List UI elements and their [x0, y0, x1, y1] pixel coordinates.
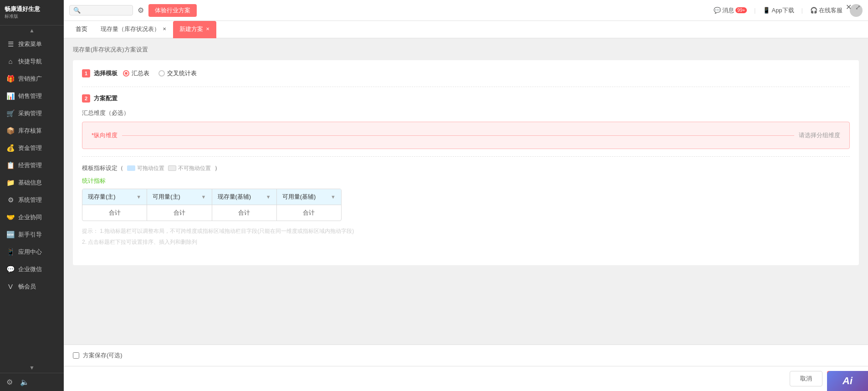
inventory-icon: 📦	[6, 127, 15, 135]
indicators-label-suffix: ）	[214, 164, 220, 172]
tab-inventory-close-icon[interactable]: ✕	[163, 26, 166, 31]
app-name: 畅康通好生意	[5, 5, 59, 13]
stats-col-header-2[interactable]: 现存量(基辅)▼	[212, 189, 277, 205]
sidebar-item-sales[interactable]: 📊销售管理	[0, 87, 64, 105]
legend-non-draggable: 不可拖动位置	[168, 165, 211, 172]
sidebar-item-basic[interactable]: 📁基础信息	[0, 174, 64, 191]
tab-home[interactable]: 首页	[69, 21, 94, 38]
sales-icon: 📊	[6, 92, 15, 100]
sidebar-item-system[interactable]: ⚙系统管理	[0, 191, 64, 209]
sidebar-item-inventory[interactable]: 📦库存核算	[0, 122, 64, 139]
divider-1	[82, 87, 850, 87]
col-chevron-0[interactable]: ▼	[136, 194, 141, 200]
cancel-button[interactable]: 取消	[790, 371, 822, 386]
sidebar-item-marketing[interactable]: 🎁营销推广	[0, 70, 64, 87]
stats-col-header-0[interactable]: 现存量(主)▼	[82, 189, 147, 205]
modal-top-actions: ✕ ⤢	[846, 3, 861, 11]
step2-header: 2 方案配置	[82, 94, 850, 103]
search-icon: 🔍	[73, 7, 81, 14]
step2-title: 方案配置	[94, 94, 117, 103]
stats-table-summary-row: 合计合计合计合计	[82, 205, 341, 221]
stats-table-header: 现存量(主)▼可用量(主)▼现存量(基辅)▼可用量(基辅)▼	[82, 189, 341, 205]
settings-card: 1 选择模板 汇总表 交叉统计表	[73, 60, 859, 265]
app-download-link[interactable]: 📱 App下载	[763, 6, 794, 15]
ai-badge-label: Ai	[842, 375, 853, 387]
col-chevron-3[interactable]: ▼	[331, 194, 336, 200]
stats-cell-1: 合计	[147, 205, 212, 221]
template-radio-group: 汇总表 交叉统计表	[123, 69, 197, 77]
sidebar-item-member[interactable]: V畅会员	[0, 278, 64, 295]
tips-section: 提示： 1.拖动标题栏可以调整布局，不可跨维度或指标区域拖动栏目字段(只能在同一…	[82, 226, 850, 247]
save-label: 方案保存(可选)	[83, 351, 123, 360]
page-content: 现存量(库存状况表)方案设置 1 选择模板 汇总表	[64, 38, 868, 345]
newguide-icon: 🆕	[6, 231, 15, 239]
notification-link[interactable]: 💬 消息 99+	[714, 6, 747, 15]
finance-icon: 💰	[6, 144, 15, 152]
sidebar-label-system: 系统管理	[18, 196, 42, 204]
save-checkbox[interactable]	[73, 352, 79, 359]
sidebar-item-search[interactable]: ☰搜索菜单	[0, 36, 64, 53]
tip-line-1: 提示： 1.拖动标题栏可以调整布局，不可跨维度或指标区域拖动栏目字段(只能在同一…	[82, 226, 850, 237]
sound-icon[interactable]: 🔈	[20, 378, 29, 386]
sidebar-label-purchase: 采购管理	[18, 109, 42, 118]
tab-new-plan[interactable]: 新建方案 ✕	[173, 21, 216, 38]
sidebar-item-purchase[interactable]: 🛒采购管理	[0, 105, 64, 122]
col-chevron-2[interactable]: ▼	[266, 194, 271, 200]
settings-icon[interactable]: ⚙	[6, 378, 13, 386]
system-icon: ⚙	[6, 196, 15, 204]
sidebar-item-newguide[interactable]: 🆕新手引导	[0, 226, 64, 243]
sidebar-label-basic: 基础信息	[18, 179, 42, 187]
sidebar-label-wechat: 企业微信	[18, 265, 42, 273]
sidebar-nav: ☰搜索菜单⌂快捷导航🎁营销推广📊销售管理🛒采购管理📦库存核算💰资金管理📋经营管理…	[0, 36, 64, 363]
stats-col-header-3[interactable]: 可用量(基辅)▼	[277, 189, 341, 205]
collab-icon: 🤝	[6, 213, 15, 221]
sidebar-item-wechat[interactable]: 💬企业微信	[0, 261, 64, 278]
topbar: 🔍 ⚙ 体验行业方案 💬 消息 99+ | 📱 App下载 | 🎧 在线客服	[64, 0, 868, 21]
step1-section: 1 选择模板 汇总表 交叉统计表	[82, 69, 850, 77]
sidebar-item-collab[interactable]: 🤝企业协同	[0, 209, 64, 226]
apps-icon: 📱	[6, 248, 15, 256]
stats-cell-2: 合计	[212, 205, 277, 221]
sidebar-item-operation[interactable]: 📋经营管理	[0, 157, 64, 174]
search-box[interactable]: 🔍	[69, 5, 133, 15]
legend-non-draggable-box	[168, 165, 176, 171]
main-area: 🔍 ⚙ 体验行业方案 💬 消息 99+ | 📱 App下载 | 🎧 在线客服	[64, 0, 868, 391]
sidebar-item-quicknav[interactable]: ⌂快捷导航	[0, 53, 64, 70]
tab-new-plan-label: 新建方案	[179, 25, 203, 33]
sidebar-scroll-down[interactable]: ▼	[0, 363, 64, 373]
sidebar-label-collab: 企业协同	[18, 213, 42, 221]
tab-inventory-status[interactable]: 现存量（库存状况表） ✕	[94, 21, 173, 38]
radio-summary[interactable]: 汇总表	[123, 69, 149, 77]
separator-2: |	[802, 7, 803, 14]
sidebar-item-apps[interactable]: 📱应用中心	[0, 243, 64, 261]
sidebar: 畅康通好生意 标准版 ▲ ☰搜索菜单⌂快捷导航🎁营销推广📊销售管理🛒采购管理📦库…	[0, 0, 64, 391]
notification-badge: 99+	[735, 7, 747, 13]
sidebar-bottom: ⚙ 🔈	[0, 373, 64, 391]
ai-badge[interactable]: Ai	[827, 371, 868, 391]
indicators-section: 模板指标设定（ 可拖动位置 不可拖动位置 ） 统计指标	[82, 164, 850, 247]
sidebar-label-apps: 应用中心	[18, 248, 42, 256]
modal-close-button[interactable]: ✕	[846, 3, 852, 11]
sidebar-label-member: 畅会员	[18, 283, 36, 291]
operation-icon: 📋	[6, 161, 15, 170]
dimension-section: 汇总维度（必选） *纵向维度 请选择分组维度	[82, 109, 850, 149]
settings-gear-icon[interactable]: ⚙	[138, 6, 144, 15]
stats-col-header-1[interactable]: 可用量(主)▼	[147, 189, 212, 205]
search-input[interactable]	[83, 7, 129, 14]
stats-cell-0: 合计	[82, 205, 147, 221]
online-service-link[interactable]: 🎧 在线客服	[810, 6, 842, 15]
col-chevron-1[interactable]: ▼	[201, 194, 206, 200]
sidebar-scroll-up[interactable]: ▲	[0, 26, 64, 36]
sidebar-item-finance[interactable]: 💰资金管理	[0, 139, 64, 157]
page-title: 现存量(库存状况表)方案设置	[73, 46, 859, 54]
radio-cross-label: 交叉统计表	[167, 69, 197, 77]
industry-plan-button[interactable]: 体验行业方案	[148, 4, 197, 17]
radio-cross[interactable]: 交叉统计表	[158, 69, 197, 77]
radio-summary-label: 汇总表	[132, 69, 149, 77]
dimension-line	[122, 135, 794, 136]
tab-bar: 首页 现存量（库存状况表） ✕ 新建方案 ✕ ✕ ⤢	[64, 21, 868, 38]
modal-expand-button[interactable]: ⤢	[855, 4, 861, 11]
tab-new-plan-close-icon[interactable]: ✕	[206, 26, 209, 31]
notification-label: 消息	[722, 6, 734, 15]
stats-section-label: 统计指标	[82, 177, 850, 185]
